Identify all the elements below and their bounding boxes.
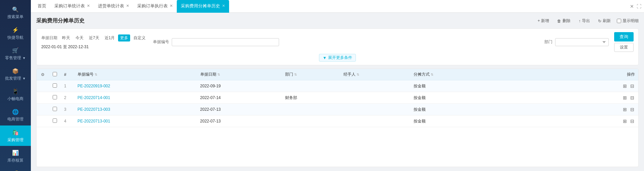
tab-close-purchase-order-stat[interactable]: ✕ — [87, 4, 90, 8]
date-today[interactable]: 今天 — [73, 34, 86, 41]
split-method-sort-icon: ⇅ — [431, 73, 433, 76]
row-more-btn-1[interactable]: ⊟ — [630, 94, 635, 101]
tab-purchase-order-exec[interactable]: 采购订单执行表✕ — [133, 0, 177, 13]
close-button[interactable]: ✕ — [630, 4, 634, 9]
expand-more-button[interactable]: ▼ 展开更多条件 — [319, 54, 356, 62]
row-checkbox-3[interactable] — [49, 115, 61, 127]
row-check-2[interactable] — [53, 107, 57, 111]
tab-purchase-cost[interactable]: 采购费用分摊单历史✕ — [177, 0, 229, 13]
mobile-icon: 📱 — [1, 88, 30, 95]
tab-stock-stat[interactable]: 进货单统计表✕ — [94, 0, 133, 13]
sidebar-item-quicknav[interactable]: ⚡快捷导航 — [0, 23, 31, 44]
doc-num-input[interactable] — [172, 38, 279, 46]
row-doc-no-0[interactable]: PE-20220919-002 — [74, 80, 197, 92]
date-more[interactable]: 更多 — [118, 34, 130, 41]
row-doc-no-2[interactable]: PE-20220713-003 — [74, 104, 197, 115]
tab-purchase-order-stat[interactable]: 采购订单统计表✕ — [50, 0, 94, 13]
sidebar-item-mobile[interactable]: 📱小畅电商 — [0, 85, 31, 105]
add-button[interactable]: + 新增 — [536, 17, 551, 25]
row-dept-2 — [282, 104, 340, 115]
dept-filter: 部门 财务部 销售部 采购部 — [544, 38, 609, 46]
date-range-display[interactable]: 2022-01-01 至 2022-12-31 — [41, 44, 148, 50]
retail-icon: 🛒 — [1, 47, 30, 54]
doc-no-sort-icon: ⇅ — [95, 73, 97, 76]
tab-home[interactable]: 首页 — [34, 0, 50, 13]
row-view-btn-0[interactable]: ⊞ — [622, 83, 628, 89]
show-columns-toggle[interactable]: 显示明细 — [617, 18, 639, 24]
tab-label-purchase-cost: 采购费用分摊单历史 — [181, 3, 220, 9]
row-gear-2 — [37, 104, 49, 115]
gear-column-header[interactable]: ⚙ — [37, 69, 49, 80]
sidebar-item-purchase[interactable]: 🛍️采购管理 — [0, 125, 31, 146]
export-icon: ↑ — [579, 19, 581, 23]
doc-no-column-header[interactable]: 单据编号 ⇅ — [74, 69, 197, 80]
row-split-method-3: 按金额 — [410, 115, 611, 127]
settings-button[interactable]: 设置 — [614, 43, 634, 52]
inventory-icon: 📊 — [1, 149, 30, 157]
row-doc-no-1[interactable]: PE-20220714-001 — [74, 92, 197, 104]
handler-sort-icon: ⇅ — [357, 73, 359, 76]
row-num-2: 3 — [61, 104, 74, 115]
row-doc-no-3[interactable]: PE-20220713-001 — [74, 115, 197, 127]
main-area: 首页采购订单统计表✕进货单统计表✕采购订单执行表✕采购费用分摊单历史✕ ✕ ⛶ … — [31, 0, 644, 171]
doc-date-column-header[interactable]: 单据日期 ⇅ — [197, 69, 282, 80]
doc-num-filter: 单据编号 — [153, 38, 539, 46]
row-view-btn-2[interactable]: ⊞ — [622, 106, 628, 113]
date-7days[interactable]: 近7天 — [87, 34, 101, 41]
split-method-column-header[interactable]: 分摊方式 ⇅ — [410, 69, 611, 80]
row-more-btn-2[interactable]: ⊟ — [630, 106, 635, 113]
dept-sort-icon: ⇅ — [294, 73, 297, 76]
row-view-btn-3[interactable]: ⊞ — [622, 118, 628, 124]
page-header: 采购费用分摊单历史 + 新增 🗑 删除 ↑ 导出 ↻ 刷新 显示明细 — [36, 17, 639, 25]
tab-label-purchase-order-exec: 采购订单执行表 — [137, 3, 168, 9]
row-more-btn-3[interactable]: ⊟ — [630, 118, 635, 124]
row-more-btn-0[interactable]: ⊟ — [630, 83, 635, 89]
query-button[interactable]: 查询 — [614, 32, 634, 41]
tab-bar: 首页采购订单统计表✕进货单统计表✕采购订单执行表✕采购费用分摊单历史✕ ✕ ⛶ — [31, 0, 644, 13]
sidebar-item-wholesale[interactable]: 📦批发管理 ▼ — [0, 64, 31, 85]
delete-button[interactable]: 🗑 删除 — [555, 17, 573, 25]
refresh-button[interactable]: ↻ 刷新 — [596, 17, 613, 25]
sidebar-item-ecommerce[interactable]: 🌐电商管理 — [0, 105, 31, 125]
purchase-icon: 🛍️ — [1, 129, 30, 136]
sidebar-item-search[interactable]: 🔍搜索菜单 — [0, 3, 31, 23]
table-row: 4 PE-20220713-001 2022-07-13 按金额 ⊞ ⊟ — [37, 115, 638, 127]
sidebar-item-finance[interactable]: 💰资金管理 — [0, 167, 31, 171]
table-row: 3 PE-20220713-003 2022-07-13 按金额 ⊞ ⊟ — [37, 104, 638, 115]
sidebar-item-inventory[interactable]: 📊库存核算 — [0, 146, 31, 166]
row-num-1: 2 — [61, 92, 74, 104]
dept-column-header[interactable]: 部门 ⇅ — [282, 69, 340, 80]
handler-column-header[interactable]: 经手人 ⇅ — [340, 69, 410, 80]
row-ops-1: ⊞ ⊟ — [611, 92, 638, 104]
export-button[interactable]: ↑ 导出 — [577, 17, 592, 25]
date-1month[interactable]: 近1月 — [103, 34, 117, 41]
date-label: 单据日期 — [41, 35, 57, 41]
doc-num-label: 单据编号 — [153, 39, 169, 45]
row-checkbox-0[interactable] — [49, 80, 61, 92]
row-view-btn-1[interactable]: ⊞ — [622, 94, 628, 101]
row-split-method-1: 按金额 — [410, 92, 611, 104]
tab-close-purchase-cost[interactable]: ✕ — [222, 4, 225, 8]
row-check-3[interactable] — [53, 118, 57, 123]
row-check-0[interactable] — [53, 83, 57, 88]
row-dept-3 — [282, 115, 340, 127]
row-handler-3 — [340, 115, 410, 127]
row-checkbox-1[interactable] — [49, 92, 61, 104]
row-ops-3: ⊞ ⊟ — [611, 115, 638, 127]
sidebar-item-retail[interactable]: 🛒零售管理 ▼ — [0, 44, 31, 64]
show-columns-checkbox[interactable] — [617, 19, 621, 23]
select-all-checkbox[interactable] — [53, 72, 57, 76]
tab-close-purchase-order-exec[interactable]: ✕ — [170, 4, 173, 8]
refresh-icon: ↻ — [598, 19, 601, 23]
dept-select[interactable]: 财务部 销售部 采购部 — [555, 38, 609, 46]
search-icon: 🔍 — [1, 6, 30, 13]
maximize-button[interactable]: ⛶ — [637, 4, 641, 9]
date-custom[interactable]: 自定义 — [131, 34, 148, 41]
row-check-1[interactable] — [53, 95, 57, 99]
tab-close-stock-stat[interactable]: ✕ — [126, 4, 129, 8]
date-yesterday[interactable]: 昨天 — [60, 34, 72, 41]
row-checkbox-2[interactable] — [49, 104, 61, 115]
num-column-header: # — [61, 69, 74, 80]
tab-label-home: 首页 — [38, 3, 46, 9]
checkbox-column-header — [49, 69, 61, 80]
